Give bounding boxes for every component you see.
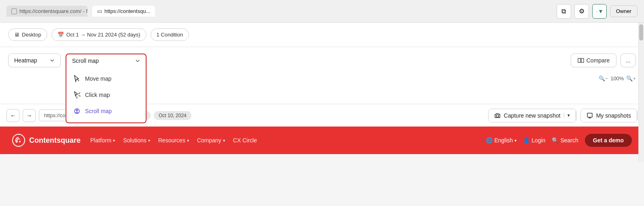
active-tab[interactable]: ▭ https://contentsqu...	[92, 6, 155, 17]
cs-logo-icon	[12, 134, 25, 147]
nav-resources[interactable]: Resources ▾	[158, 137, 189, 144]
date-range-label: Oct 1 → Nov 21 2024 (52 days)	[66, 32, 140, 38]
toolbar: 🖥 Desktop 📅 Oct 1 → Nov 21 2024 (52 days…	[0, 23, 644, 47]
more-options-button[interactable]: ...	[621, 54, 636, 67]
language-selector[interactable]: 🌐 English ▾	[486, 137, 516, 144]
my-snapshots-label: My snapshots	[596, 112, 631, 119]
svg-line-3	[79, 92, 80, 94]
scroll-map-dropdown[interactable]: Scroll map	[66, 54, 147, 67]
svg-rect-10	[587, 113, 592, 117]
svg-point-9	[496, 115, 499, 117]
move-map-label: Move map	[85, 75, 111, 82]
main-right-controls: Compare ...	[571, 54, 636, 67]
move-map-option[interactable]: Move map	[66, 71, 146, 87]
nav-solutions[interactable]: Solutions ▾	[123, 137, 150, 144]
capture-snapshot-control: Capture new snapshot ▾	[488, 109, 576, 122]
nav-company[interactable]: Company ▾	[197, 137, 225, 144]
copy-button[interactable]: ⧉	[557, 4, 571, 19]
inactive-tab[interactable]: https://contentsquare.com/ - November ..…	[6, 6, 87, 17]
back-button[interactable]: ←	[6, 109, 19, 122]
settings-button[interactable]: ⚙	[574, 4, 589, 19]
svg-rect-8	[581, 58, 584, 62]
login-icon: 👤	[523, 137, 530, 144]
compare-button[interactable]: Compare	[571, 54, 617, 67]
active-tab-label: https://contentsqu...	[104, 8, 150, 14]
nav-cx-circle[interactable]: CX Circle	[233, 137, 257, 144]
bottom-right-controls: Capture new snapshot ▾ My snapshots	[488, 109, 638, 122]
map-type-dropdown-menu: Move map Click map Scroll map	[66, 67, 147, 123]
cs-logo: Contentsquare	[12, 134, 81, 147]
scrollbar-thumb[interactable]	[639, 24, 643, 41]
zoom-controls: 🔍− 100% 🔍+	[599, 75, 636, 82]
zoom-level: 100%	[610, 75, 624, 82]
my-snapshots-control: My snapshots	[580, 109, 638, 122]
my-snapshots-button[interactable]: My snapshots	[581, 109, 637, 122]
capture-dropdown-arrow[interactable]: ▾	[564, 113, 570, 118]
calendar-icon: 📅	[57, 32, 64, 38]
click-icon	[73, 91, 81, 99]
heatmap-dropdown[interactable]: Heatmap	[8, 54, 61, 67]
scroll-map-option[interactable]: Scroll map	[66, 103, 146, 119]
owner-button[interactable]: Owner	[610, 5, 638, 17]
chevron-down-icon	[50, 58, 55, 63]
cs-brand-name: Contentsquare	[29, 136, 81, 145]
browser-controls: ⧉ ⚙ ▾ Owner	[557, 4, 638, 19]
globe-icon: 🌐	[486, 137, 493, 144]
nav-platform[interactable]: Platform ▾	[90, 137, 115, 144]
active-tab-icon: ▭	[97, 8, 102, 14]
zoom-in-icon[interactable]: 🔍+	[626, 75, 636, 82]
analytics-dropdown-arrow: ▾	[599, 7, 602, 15]
desktop-icon: 🖥	[14, 32, 19, 38]
svg-point-13	[19, 141, 21, 142]
scroll-map-label: Scroll map	[72, 58, 99, 64]
capture-snapshot-label: Capture new snapshot	[504, 112, 561, 119]
compare-icon	[578, 57, 584, 64]
capture-snapshot-button[interactable]: Capture new snapshot ▾	[489, 109, 576, 122]
scroll-map-active-label: Scroll map	[85, 108, 112, 114]
zoom-out-icon[interactable]: 🔍−	[599, 75, 608, 82]
svg-line-4	[79, 96, 81, 96]
cs-right-controls: 🌐 English ▾ 👤 Login 🔍 Search Get a demo	[486, 134, 632, 147]
scroll-map-dropdown-wrapper: Scroll map Move map	[66, 54, 147, 67]
contentsquare-footer: Contentsquare Platform ▾ Solutions ▾ Res…	[0, 127, 644, 154]
condition-label: 1 Condition	[157, 32, 183, 38]
snapshots-icon	[587, 112, 593, 119]
analytics-icon	[597, 8, 597, 15]
chevron-down-icon-2	[135, 58, 140, 63]
cs-brand-icon	[15, 136, 23, 144]
cursor-icon	[73, 75, 81, 83]
inactive-tab-label: https://contentsquare.com/ - November ..…	[19, 8, 87, 14]
search-icon: 🔍	[552, 137, 559, 144]
get-demo-button[interactable]: Get a demo	[585, 134, 632, 147]
compare-label: Compare	[587, 57, 610, 64]
tab-favicon	[11, 9, 17, 14]
camera-icon	[494, 112, 501, 119]
desktop-label: Desktop	[22, 32, 41, 38]
cs-navigation: Platform ▾ Solutions ▾ Resources ▾ Compa…	[90, 137, 257, 144]
main-area: Heatmap Scroll map Move map	[0, 47, 644, 104]
forward-button[interactable]: →	[23, 109, 36, 122]
click-map-label: Click map	[85, 92, 110, 98]
date-range-button[interactable]: 📅 Oct 1 → Nov 21 2024 (52 days)	[51, 28, 147, 41]
scroll-icon	[73, 107, 81, 115]
browser-chrome: https://contentsquare.com/ - November ..…	[0, 0, 644, 23]
click-map-option[interactable]: Click map	[66, 87, 146, 103]
heatmap-label: Heatmap	[14, 57, 37, 64]
scrollbar-track[interactable]	[638, 23, 644, 162]
analytics-button[interactable]: ▾	[592, 4, 607, 19]
date-badge: Oct 10, 2024	[154, 111, 191, 120]
search-button[interactable]: 🔍 Search	[552, 137, 578, 144]
condition-button[interactable]: 1 Condition	[151, 28, 189, 41]
desktop-filter-button[interactable]: 🖥 Desktop	[8, 28, 47, 41]
svg-rect-7	[578, 58, 580, 62]
login-button[interactable]: 👤 Login	[523, 137, 545, 144]
